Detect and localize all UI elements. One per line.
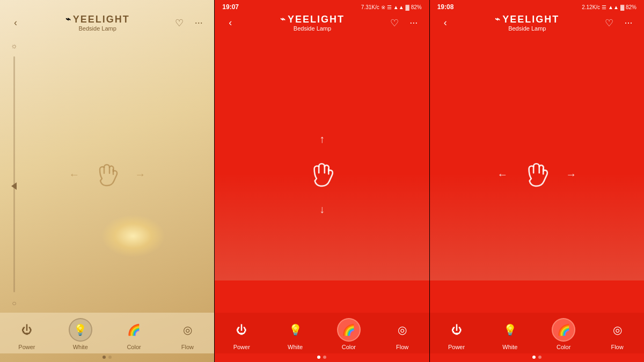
hand-icon-1 xyxy=(87,154,127,195)
color-icon-2: 🌈 xyxy=(342,323,355,336)
tab-flow-2[interactable]: ◎ Flow xyxy=(387,318,417,350)
tab-color-1[interactable]: 🌈 Color xyxy=(119,318,149,350)
tab-power-icon-wrap-3: ⏻ xyxy=(445,318,469,342)
back-button-1[interactable]: ‹ xyxy=(8,15,24,31)
logo-symbol-2: ⌁ xyxy=(280,14,286,24)
flow-icon-1: ◎ xyxy=(183,323,192,336)
device-name-3: Bedside Lamp xyxy=(508,25,546,32)
tab-bar-1: ⏻ Power 💡 White 🌈 Color ◎ Flow xyxy=(0,313,214,353)
status-bar-1 xyxy=(0,0,214,12)
heart-button-3[interactable]: ♡ xyxy=(601,15,617,31)
tab-flow-3[interactable]: ◎ Flow xyxy=(603,318,632,350)
tab-color-label-3: Color xyxy=(557,344,570,350)
more-button-1[interactable]: ··· xyxy=(191,15,207,31)
power-icon-1: ⏻ xyxy=(21,324,32,336)
tab-flow-icon-wrap-2: ◎ xyxy=(391,318,414,342)
tab-power-icon-wrap-1: ⏻ xyxy=(15,318,39,342)
status-icons-3: 2.12K/c ☰ ▲▲ ▓ 82% xyxy=(582,4,636,10)
power-icon-3: ⏻ xyxy=(451,324,462,336)
white-icon-3: 💡 xyxy=(503,323,517,336)
tab-flow-label-1: Flow xyxy=(181,344,194,350)
header-center-2: ⌁ YEELIGHT Bedside Lamp xyxy=(280,14,345,32)
tab-power-icon-wrap-2: ⏻ xyxy=(230,318,253,342)
more-button-3[interactable]: ··· xyxy=(620,15,636,31)
arrow-left-1: ← xyxy=(69,168,79,181)
back-button-2[interactable]: ‹ xyxy=(222,15,238,31)
tab-white-icon-wrap-3: 💡 xyxy=(498,318,522,342)
heart-button-2[interactable]: ♡ xyxy=(386,15,402,31)
dots-1 xyxy=(0,353,214,362)
lamp-bg-2 xyxy=(215,173,429,280)
tab-power-1[interactable]: ⏻ Power xyxy=(12,318,41,350)
dot-inactive-2 xyxy=(323,356,326,359)
flow-icon-3: ◎ xyxy=(613,323,622,336)
tab-flow-label-2: Flow xyxy=(396,344,408,350)
device-name-1: Bedside Lamp xyxy=(79,25,116,32)
brand-name-3: YEELIGHT xyxy=(502,14,559,24)
flow-icon-2: ◎ xyxy=(398,323,407,336)
tab-white-label-2: White xyxy=(288,344,303,350)
dot-active-1 xyxy=(103,356,106,359)
heart-button-1[interactable]: ♡ xyxy=(171,15,187,31)
tab-color-label-2: Color xyxy=(342,344,356,350)
status-bar-3: 19:08 2.12K/c ☰ ▲▲ ▓ 82% xyxy=(430,0,644,12)
tab-power-label-1: Power xyxy=(18,344,35,350)
brand-name-2: YEELIGHT xyxy=(288,14,345,24)
logo-2: ⌁ YEELIGHT xyxy=(280,14,345,24)
main-area-2: ↑ ↓ xyxy=(215,36,429,313)
lamp-bg-3 xyxy=(430,173,644,280)
tab-color-3[interactable]: 🌈 Color xyxy=(549,318,579,350)
header-3: ‹ ⌁ YEELIGHT Bedside Lamp ♡ ··· xyxy=(430,12,644,36)
dot-active-3 xyxy=(532,356,536,359)
status-time-2: 19:07 xyxy=(222,3,239,11)
tab-flow-icon-wrap-3: ◎ xyxy=(605,318,629,342)
more-button-2[interactable]: ··· xyxy=(406,15,422,31)
tab-white-1[interactable]: 💡 White xyxy=(65,318,95,350)
dots-3 xyxy=(430,353,644,362)
brightness-high-icon: ☼ xyxy=(11,41,18,50)
status-icons-2: 7.31K/c ※ ☰ ▲▲ ▓ 82% xyxy=(361,4,422,10)
tab-color-icon-wrap-3: 🌈 xyxy=(552,318,575,342)
tab-flow-1[interactable]: ◎ Flow xyxy=(173,318,202,350)
status-time-3: 19:08 xyxy=(437,3,454,11)
slider-thumb xyxy=(11,182,17,190)
white-icon-2: 💡 xyxy=(289,323,302,336)
tab-color-icon-wrap-2: 🌈 xyxy=(337,318,361,342)
tab-white-label-3: White xyxy=(502,344,517,350)
dot-inactive-1 xyxy=(108,356,112,359)
glow-effect xyxy=(101,215,165,257)
dot-inactive-3 xyxy=(538,356,541,359)
color-icon-3: 🌈 xyxy=(557,323,570,336)
logo-3: ⌁ YEELIGHT xyxy=(495,14,559,24)
white-icon-1: 💡 xyxy=(74,323,87,336)
tab-power-3[interactable]: ⏻ Power xyxy=(442,318,471,350)
header-center-3: ⌁ YEELIGHT Bedside Lamp xyxy=(495,14,559,32)
back-button-3[interactable]: ‹ xyxy=(437,15,453,31)
gesture-horizontal-1: ← → xyxy=(69,154,145,195)
panel-color-vertical: 19:07 7.31K/c ※ ☰ ▲▲ ▓ 82% ‹ ⌁ YEELIGHT … xyxy=(215,0,429,362)
arrow-up-2: ↑ xyxy=(319,133,325,145)
tab-power-label-2: Power xyxy=(233,344,250,350)
header-2: ‹ ⌁ YEELIGHT Bedside Lamp ♡ ··· xyxy=(215,12,429,36)
tab-color-label-1: Color xyxy=(127,344,141,350)
main-area-3: ← → xyxy=(430,36,644,313)
tab-white-icon-wrap-1: 💡 xyxy=(69,318,92,342)
panel-white: ‹ ⌁ YEELIGHT Bedside Lamp ♡ ··· ☼ ○ ← xyxy=(0,0,214,362)
tab-bar-2: ⏻ Power 💡 White 🌈 Color ◎ Flow xyxy=(215,313,429,353)
tab-power-2[interactable]: ⏻ Power xyxy=(227,318,257,350)
tab-color-icon-wrap-1: 🌈 xyxy=(122,318,146,342)
power-icon-2: ⏻ xyxy=(236,324,247,336)
main-area-1: ☼ ○ ← → xyxy=(0,36,214,313)
status-bar-2: 19:07 7.31K/c ※ ☰ ▲▲ ▓ 82% xyxy=(215,0,429,12)
color-icon-1: 🌈 xyxy=(127,323,141,336)
tab-power-label-3: Power xyxy=(448,344,465,350)
panel-color-horizontal: 19:08 2.12K/c ☰ ▲▲ ▓ 82% ‹ ⌁ YEELIGHT Be… xyxy=(430,0,644,362)
dots-2 xyxy=(215,353,429,362)
tab-bar-3: ⏻ Power 💡 White 🌈 Color ◎ Flow xyxy=(430,313,644,353)
header-center-1: ⌁ YEELIGHT Bedside Lamp xyxy=(65,14,130,32)
tab-color-2[interactable]: 🌈 Color xyxy=(334,318,363,350)
tab-white-3[interactable]: 💡 White xyxy=(495,318,525,350)
tab-white-2[interactable]: 💡 White xyxy=(281,318,310,350)
brightness-slider[interactable]: ☼ ○ xyxy=(11,41,18,307)
logo-symbol-1: ⌁ xyxy=(65,14,71,24)
